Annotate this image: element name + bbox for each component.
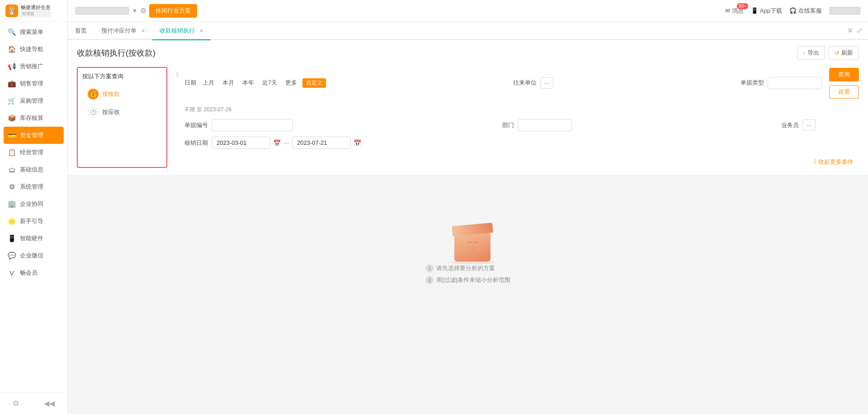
page-title: 收款核销执行(按收款) xyxy=(77,48,156,58)
collapse-icon: 《 xyxy=(811,158,816,166)
sidebar-item-sales[interactable]: 💼 销售管理 xyxy=(0,75,67,92)
doc-type-field: 单据类型 xyxy=(741,77,822,89)
filter-option-by-receivable[interactable]: 🕐 按应收 xyxy=(82,103,162,121)
filter-option-by-receipt[interactable]: 💰 按收款 xyxy=(82,85,162,103)
filter-main: 日期 上月 本月 本年 近7天 更多 自定义 往来单位 ··· xyxy=(184,67,859,168)
vendor-field: 往来单位 ··· xyxy=(513,77,553,89)
doc-type-select[interactable] xyxy=(768,77,822,89)
tab-close-prepay[interactable]: ✕ xyxy=(141,28,145,34)
sidebar-item-search[interactable]: 🔍 搜索菜单 xyxy=(0,24,67,41)
sidebar-item-weixin[interactable]: 💬 企业微信 xyxy=(0,247,67,264)
sidebar-item-guide[interactable]: 🌟 新手引导 xyxy=(0,213,67,230)
date-tab-this-month[interactable]: 本月 xyxy=(220,78,237,88)
home-icon: 🏠 xyxy=(7,45,16,53)
tab-home[interactable]: 首页 xyxy=(68,22,94,40)
biz-field: 业务员 ··· xyxy=(781,119,816,131)
sidebar-item-inventory[interactable]: 📦 库存核算 xyxy=(0,109,67,127)
empty-illustration: — — ⌒ xyxy=(445,212,491,257)
info-icon: 🗂 xyxy=(7,166,16,174)
verify-date-end-input[interactable] xyxy=(292,137,351,149)
step-1-number: 1 xyxy=(425,264,434,272)
filter-panel: 按以下方案查询 💰 按收款 🕐 按应收 《 日期 xyxy=(68,60,868,176)
sidebar-item-system[interactable]: ⚙ 系统管理 xyxy=(0,178,67,195)
solution-button[interactable]: 休闲行业方案 xyxy=(149,4,197,18)
search-icon: 🔍 xyxy=(7,28,16,36)
sidebar-item-member[interactable]: V 畅会员 xyxy=(0,264,67,281)
collapse-conditions-button[interactable]: 《 收起更多条件 xyxy=(805,156,859,168)
sidebar-nav: 🔍 搜索菜单 🏠 快捷导航 📢 营销推广 💼 销售管理 🛒 采购管理 📦 库存核… xyxy=(0,22,67,392)
date-tab-more[interactable]: 更多 xyxy=(283,78,300,88)
verify-date-start-input[interactable] xyxy=(212,137,270,149)
filter-collapse-icon[interactable]: 《 xyxy=(173,71,179,79)
dept-label: 部门 xyxy=(502,121,514,129)
member-icon: V xyxy=(7,269,16,277)
tab-bar: 首页 预付冲应付单 ✕ 收款核销执行 ✕ ✕ ⤢ xyxy=(68,22,868,40)
message-button[interactable]: ✉ 消息 99+ xyxy=(725,7,744,15)
sidebar-item-operations[interactable]: 📋 经营管理 xyxy=(0,144,67,161)
query-button[interactable]: 查询 xyxy=(829,68,859,81)
sidebar-item-purchase[interactable]: 🛒 采购管理 xyxy=(0,92,67,109)
weixin-icon: 💬 xyxy=(7,252,16,260)
filter-sidebar-title: 按以下方案查询 xyxy=(82,72,162,81)
date-tab-last-month[interactable]: 上月 xyxy=(200,78,217,88)
doc-type-label: 单据类型 xyxy=(741,79,764,87)
calendar-start-icon[interactable]: 📅 xyxy=(273,139,281,147)
system-icon: ⚙ xyxy=(7,183,16,191)
vendor-select-button[interactable]: ··· xyxy=(540,77,553,89)
online-service-button[interactable]: 🎧 在线客服 xyxy=(789,7,822,15)
download-icon: 📱 xyxy=(751,7,758,14)
message-icon: ✉ xyxy=(725,7,730,14)
biz-label: 业务员 xyxy=(781,121,799,129)
gear-icon[interactable]: ⚙ xyxy=(140,6,146,15)
sidebar-item-enterprise[interactable]: 🏢 企业协同 xyxy=(0,195,67,213)
expand-tab-icon[interactable]: ⤢ xyxy=(857,26,863,35)
collapse-sidebar-icon[interactable]: ◀◀ xyxy=(42,397,57,409)
biz-select-button[interactable]: ··· xyxy=(802,119,816,131)
sidebar-item-finance[interactable]: 💳 资金管理 xyxy=(4,127,64,144)
tab-receipt-verify[interactable]: 收款核销执行 ✕ xyxy=(152,22,211,40)
date-tab-7days[interactable]: 近7天 xyxy=(259,78,280,88)
calendar-end-icon[interactable]: 📅 xyxy=(354,139,361,147)
sidebar-bottom: ⚙ ◀◀ xyxy=(0,392,67,414)
date-tab-this-year[interactable]: 本年 xyxy=(240,78,257,88)
doc-num-field: 单据编号 xyxy=(184,119,293,131)
logo-icon: 🐰 xyxy=(5,5,18,17)
date-range-dash: — xyxy=(283,139,289,146)
verify-date-range: 📅 — 📅 xyxy=(212,137,361,149)
header-right: ✉ 消息 99+ 📱 App下载 🎧 在线客服 xyxy=(725,7,861,15)
operations-icon: 📋 xyxy=(7,148,16,157)
tab-actions: ✕ ⤢ xyxy=(842,26,868,35)
tab-close-receipt[interactable]: ✕ xyxy=(199,28,203,34)
settings-bottom-icon[interactable]: ⚙ xyxy=(11,397,21,409)
date-range-note: 不限 至 2023-07-26 xyxy=(184,106,859,114)
sidebar-item-marketing[interactable]: 📢 营销推广 xyxy=(0,58,67,75)
doc-num-input[interactable] xyxy=(212,119,293,131)
tab-prepay[interactable]: 预付冲应付单 ✕ xyxy=(94,22,152,40)
sidebar-item-hardware[interactable]: 📱 智能硬件 xyxy=(0,230,67,247)
service-icon: 🎧 xyxy=(789,7,797,14)
verify-date-label: 核销日期 xyxy=(184,139,208,147)
empty-step-2: 2 用[过滤]条件来缩小分析范围 xyxy=(425,276,510,284)
sidebar-item-basic-info[interactable]: 🗂 基础信息 xyxy=(0,161,67,178)
filter-row-1: 日期 上月 本月 本年 近7天 更多 自定义 往来单位 ··· xyxy=(184,67,859,99)
refresh-icon: ↺ xyxy=(835,50,840,57)
logo-text: 畅捷通好生意 标准版 xyxy=(21,4,51,17)
sidebar-item-quicknav[interactable]: 🏠 快捷导航 xyxy=(0,41,67,58)
app-download-button[interactable]: 📱 App下载 xyxy=(751,7,782,15)
sales-icon: 💼 xyxy=(7,80,16,88)
hardware-icon: 📱 xyxy=(7,234,16,243)
doc-num-label: 单据编号 xyxy=(184,121,208,129)
refresh-button[interactable]: ↺ 刷新 xyxy=(829,46,859,60)
app-logo: 🐰 畅捷通好生意 标准版 xyxy=(0,0,67,22)
close-tab-icon[interactable]: ✕ xyxy=(847,26,853,35)
receipt-scheme-icon: 💰 xyxy=(88,89,99,100)
filter-scheme-sidebar: 按以下方案查询 💰 按收款 🕐 按应收 xyxy=(77,67,167,168)
setting-button[interactable]: 设置 xyxy=(829,85,859,99)
chevron-down-icon[interactable]: ▼ xyxy=(132,8,137,14)
step-2-number: 2 xyxy=(425,276,434,284)
verify-date-field: 核销日期 📅 — 📅 xyxy=(184,137,361,149)
export-button[interactable]: ↑ 导出 xyxy=(797,46,826,60)
dept-select[interactable] xyxy=(518,119,572,131)
filter-action-buttons: 查询 设置 xyxy=(829,67,859,99)
date-tab-custom[interactable]: 自定义 xyxy=(302,78,326,88)
